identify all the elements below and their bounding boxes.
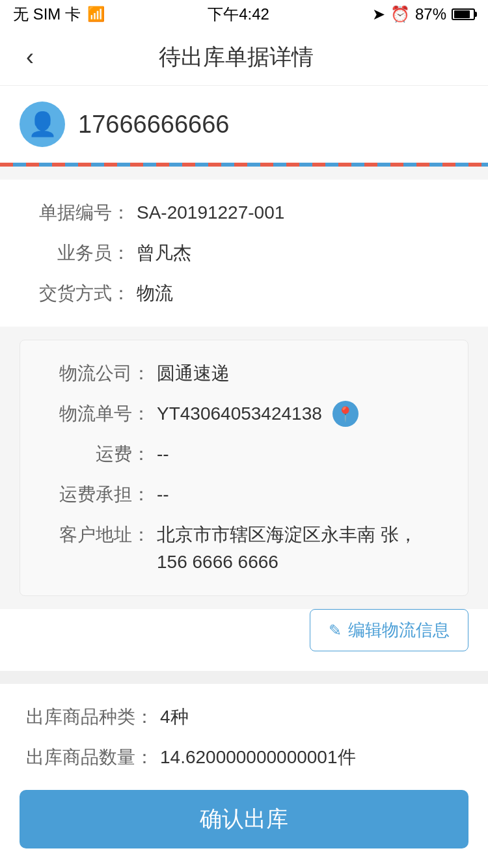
logistics-company-label: 物流公司： — [46, 360, 150, 387]
tracking-number-row: 物流单号： YT43064053424138 📍 — [46, 400, 442, 427]
back-button[interactable]: ‹ — [20, 37, 40, 77]
product-quantity-value: 14.620000000000001件 — [160, 744, 462, 771]
logistics-card: 物流公司： 圆通速递 物流单号： YT43064053424138 📍 运费： … — [20, 340, 468, 596]
dashed-separator — [0, 163, 488, 167]
product-quantity-row: 出库商品数量： 14.620000000000001件 — [26, 744, 462, 771]
tracking-number-value: YT43064053424138 📍 — [157, 400, 442, 427]
map-location-icon[interactable]: 📍 — [332, 401, 359, 427]
logistics-company-value: 圆通速递 — [157, 360, 442, 387]
confirm-btn-label: 确认出库 — [200, 804, 288, 834]
delivery-method-value: 物流 — [137, 280, 462, 307]
status-bar: 无 SIM 卡 📶 下午4:42 ➤ ⏰ 87% — [0, 0, 488, 29]
customer-header: 👤 17666666666 — [0, 86, 488, 163]
freight-bearer-value: -- — [157, 481, 442, 508]
document-info-section: 单据编号： SA-20191227-001 业务员： 曾凡杰 交货方式： 物流 — [0, 180, 488, 327]
product-quantity-label: 出库商品数量： — [26, 744, 154, 771]
edit-logistics-label: 编辑物流信息 — [348, 619, 450, 642]
page-title: 待出库单据详情 — [40, 42, 432, 72]
product-types-label: 出库商品种类： — [26, 703, 154, 731]
avatar: 👤 — [20, 102, 65, 147]
document-number-label: 单据编号： — [26, 199, 130, 226]
freight-bearer-label: 运费承担： — [46, 481, 150, 508]
freight-row: 运费： -- — [46, 441, 442, 468]
salesperson-label: 业务员： — [26, 239, 130, 267]
battery-percent: 87% — [415, 5, 446, 23]
nav-bar: ‹ 待出库单据详情 — [0, 29, 488, 86]
product-types-value: 4种 — [160, 703, 462, 731]
logistics-company-row: 物流公司： 圆通速递 — [46, 360, 442, 387]
wifi-icon: 📶 — [87, 6, 105, 23]
delivery-method-row: 交货方式： 物流 — [26, 280, 462, 307]
confirm-outbound-button[interactable]: 确认出库 — [20, 790, 468, 848]
delivery-method-label: 交货方式： — [26, 280, 130, 307]
alarm-icon: ⏰ — [390, 5, 410, 23]
edit-icon: ✎ — [329, 621, 342, 640]
battery-icon — [452, 8, 475, 20]
stats-section: 出库商品种类： 4种 出库商品数量： 14.620000000000001件 — [0, 684, 488, 791]
freight-bearer-row: 运费承担： -- — [46, 481, 442, 508]
customer-address-value: 北京市市辖区海淀区永丰南 张，156 6666 6666 — [157, 521, 442, 576]
document-number-row: 单据编号： SA-20191227-001 — [26, 199, 462, 226]
edit-btn-row: ✎ 编辑物流信息 — [0, 609, 488, 671]
product-types-row: 出库商品种类： 4种 — [26, 703, 462, 731]
document-number-value: SA-20191227-001 — [137, 199, 462, 226]
status-right: ➤ ⏰ 87% — [372, 5, 475, 23]
tracking-number-label: 物流单号： — [46, 400, 150, 427]
status-left: 无 SIM 卡 📶 — [13, 4, 105, 25]
customer-phone: 17666666666 — [78, 111, 229, 139]
customer-address-row: 客户地址： 北京市市辖区海淀区永丰南 张，156 6666 6666 — [46, 521, 442, 576]
customer-address-label: 客户地址： — [46, 521, 150, 549]
section-divider — [0, 671, 488, 684]
avatar-icon: 👤 — [28, 111, 57, 138]
salesperson-row: 业务员： 曾凡杰 — [26, 239, 462, 267]
salesperson-value: 曾凡杰 — [137, 239, 462, 267]
carrier-text: 无 SIM 卡 — [13, 4, 81, 25]
freight-label: 运费： — [46, 441, 150, 468]
freight-value: -- — [157, 441, 442, 468]
location-status-icon: ➤ — [372, 5, 385, 23]
confirm-btn-container: 确认出库 — [0, 777, 488, 868]
time-display: 下午4:42 — [208, 4, 269, 25]
edit-logistics-button[interactable]: ✎ 编辑物流信息 — [310, 609, 468, 651]
